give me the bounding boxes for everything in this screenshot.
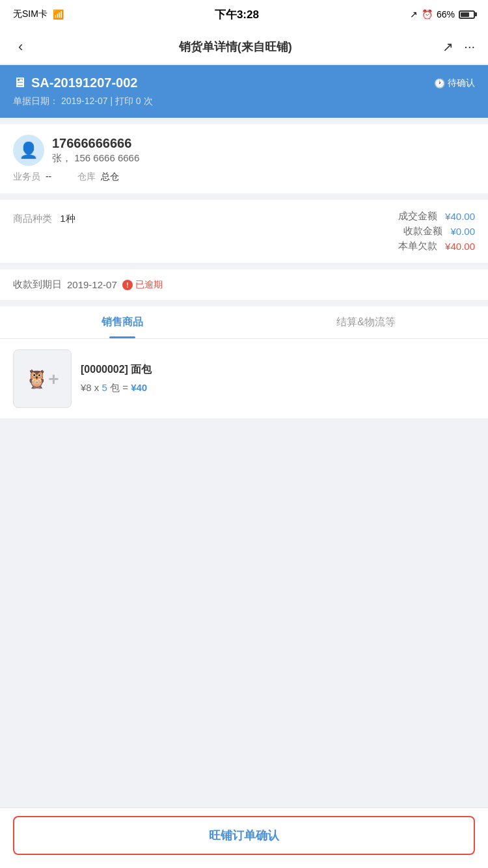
order-status: 🕐 待确认 <box>434 77 475 89</box>
confirm-button[interactable]: 旺铺订单确认 <box>13 816 475 855</box>
product-item: 🦉+ [0000002] 面包 ¥8 x 5 包 = ¥40 <box>0 339 488 419</box>
product-owl-icon: 🦉+ <box>25 368 59 390</box>
print-suffix: 次 <box>144 96 153 106</box>
owed-value: ¥40.00 <box>445 241 475 252</box>
sales-detail: 业务员 -- <box>13 171 51 183</box>
received-value: ¥0.00 <box>450 226 475 237</box>
order-meta: 单据日期： 2019-12-07 | 打印 0 次 <box>13 96 475 107</box>
customer-info: 17666666666 张， 156 6666 6666 <box>52 136 139 165</box>
tabs-header: 销售商品 结算&物流等 <box>0 306 488 339</box>
owed-row: 本单欠款 ¥40.00 <box>398 240 475 252</box>
order-id-icon: 🖥 <box>13 75 26 90</box>
more-icon[interactable]: ··· <box>464 39 475 54</box>
empty-space <box>0 419 488 549</box>
customer-name: 张， 156 6666 6666 <box>52 152 139 165</box>
unit-price: ¥8 <box>81 382 92 393</box>
status-text: 待确认 <box>448 77 475 89</box>
tab-settlement[interactable]: 结算&物流等 <box>244 306 488 338</box>
equals-sign: = <box>122 382 131 393</box>
print-label: 打印 <box>115 96 133 106</box>
order-date: 2019-12-07 <box>61 96 108 106</box>
product-name: [0000002] 面包 <box>81 363 475 377</box>
type-value: 1种 <box>60 213 75 224</box>
stats-left: 商品种类 1种 <box>13 210 75 225</box>
battery-text: 66% <box>437 9 455 20</box>
nav-actions: ↗︎ ··· <box>442 39 475 55</box>
sales-value: -- <box>46 171 51 182</box>
status-bar: 无SIM卡 📶 下午3:28 ↗ ⏰ 66% <box>0 0 488 29</box>
due-date: 2019-12-07 <box>67 279 117 290</box>
share-icon[interactable]: ↗︎ <box>442 39 454 55</box>
overdue-icon: ! <box>122 280 133 290</box>
due-section: 收款到期日 2019-12-07 ! 已逾期 <box>0 269 488 300</box>
received-row: 收款金额 ¥0.00 <box>403 225 475 237</box>
tab-products[interactable]: 销售商品 <box>0 306 244 338</box>
page-title: 销货单详情(来自旺铺) <box>179 39 292 55</box>
avatar-icon: 👤 <box>19 141 38 159</box>
tabs-section: 销售商品 结算&物流等 🦉+ [0000002] 面包 ¥8 x 5 包 <box>0 306 488 419</box>
received-label: 收款金额 <box>403 225 442 237</box>
stats-section: 商品种类 1种 成交金额 ¥40.00 收款金额 ¥0.00 本单欠款 ¥40.… <box>0 200 488 263</box>
product-qty: 5 <box>102 382 107 393</box>
sales-label: 业务员 <box>13 171 40 182</box>
order-id: 🖥 SA-20191207-002 <box>13 75 137 90</box>
product-total: ¥40 <box>131 382 147 393</box>
wifi-icon: 📶 <box>53 9 64 20</box>
separator: | <box>110 96 115 106</box>
unit: 包 <box>110 382 120 393</box>
due-label: 收款到期日 <box>13 278 62 291</box>
product-thumbnail: 🦉+ <box>13 349 72 408</box>
product-price-line: ¥8 x 5 包 = ¥40 <box>81 382 475 394</box>
product-code: [0000002] <box>81 364 128 375</box>
gps-icon: ↗ <box>410 9 418 20</box>
battery-icon <box>459 10 475 19</box>
customer-phone: 17666666666 <box>52 136 139 151</box>
amount-label: 成交金额 <box>398 210 437 223</box>
product-title: 面包 <box>131 364 152 375</box>
product-info: [0000002] 面包 ¥8 x 5 包 = ¥40 <box>81 363 475 394</box>
order-header: 🖥 SA-20191207-002 🕐 待确认 单据日期： 2019-12-07… <box>0 65 488 118</box>
date-label: 单据日期： <box>13 96 59 106</box>
customer-section: 👤 17666666666 张， 156 6666 6666 业务员 -- 仓库… <box>0 124 488 193</box>
amount-row: 成交金额 ¥40.00 <box>398 210 475 223</box>
amount-value: ¥40.00 <box>445 211 475 222</box>
stats-right: 成交金额 ¥40.00 收款金额 ¥0.00 本单欠款 ¥40.00 <box>398 210 475 252</box>
overdue-badge: ! 已逾期 <box>122 279 163 291</box>
status-right: ↗ ⏰ 66% <box>410 9 475 20</box>
type-label: 商品种类 <box>13 213 52 224</box>
warehouse-detail: 仓库 总仓 <box>77 171 119 183</box>
customer-row: 👤 17666666666 张， 156 6666 6666 <box>13 135 475 166</box>
overdue-text: 已逾期 <box>135 279 163 291</box>
tab-settlement-label: 结算&物流等 <box>336 316 396 327</box>
nav-bar: ‹ 销货单详情(来自旺铺) ↗︎ ··· <box>0 29 488 65</box>
status-left: 无SIM卡 📶 <box>13 8 64 20</box>
battery-fill <box>461 12 469 17</box>
multiply-sign: x <box>94 382 102 393</box>
warehouse-label: 仓库 <box>77 171 96 182</box>
warehouse-value: 总仓 <box>101 171 119 182</box>
bottom-bar: 旺铺订单确认 <box>0 807 488 868</box>
avatar: 👤 <box>13 135 44 166</box>
print-count: 0 <box>136 96 141 106</box>
product-list: 🦉+ [0000002] 面包 ¥8 x 5 包 = ¥40 <box>0 339 488 419</box>
order-header-top: 🖥 SA-20191207-002 🕐 待确认 <box>13 75 475 90</box>
order-id-text: SA-20191207-002 <box>31 75 137 90</box>
status-clock-icon: 🕐 <box>434 78 445 88</box>
carrier-text: 无SIM卡 <box>13 8 47 20</box>
owed-label: 本单欠款 <box>398 240 437 252</box>
back-button[interactable]: ‹ <box>13 36 28 58</box>
status-time: 下午3:28 <box>215 7 259 22</box>
customer-details: 业务员 -- 仓库 总仓 <box>13 171 475 183</box>
tab-products-label: 销售商品 <box>102 316 143 327</box>
alarm-icon: ⏰ <box>422 9 433 20</box>
